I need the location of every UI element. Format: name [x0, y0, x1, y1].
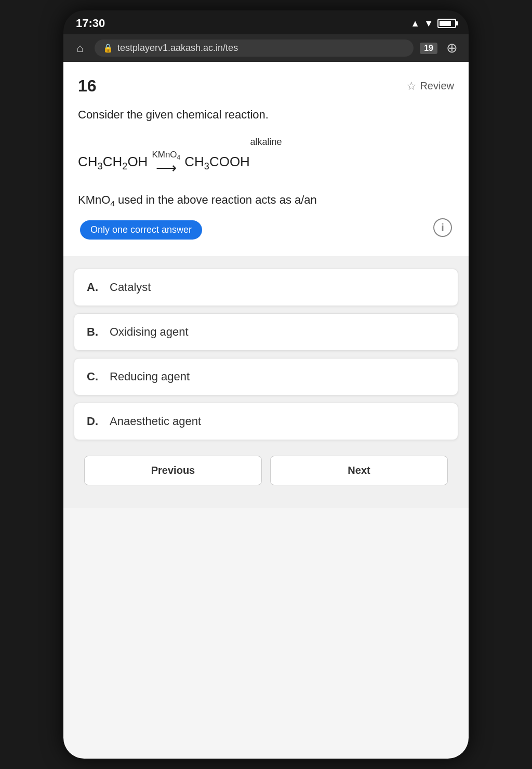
arrow-container: KMnO4 ⟶	[152, 150, 180, 176]
question-number: 16	[78, 76, 97, 96]
status-bar: 17:30 ▲ ▼	[63, 10, 469, 34]
status-icons: ▲ ▼	[410, 18, 456, 29]
url-bar[interactable]: 🔒 testplayerv1.aakash.ac.in/tes	[95, 39, 414, 57]
url-text: testplayerv1.aakash.ac.in/tes	[117, 43, 238, 54]
review-button[interactable]: ☆ Review	[406, 79, 454, 93]
time-display: 17:30	[76, 17, 105, 30]
option-b-text: Oxidising agent	[110, 325, 189, 339]
badge-row: Only one correct answer i	[78, 210, 454, 246]
option-c-label: C.	[87, 370, 101, 383]
option-a[interactable]: A. Catalyst	[74, 269, 458, 306]
option-b-label: B.	[87, 325, 101, 339]
question-header: 16 ☆ Review	[78, 76, 454, 96]
reaction-arrow: ⟶	[156, 161, 177, 176]
signal-icon: ▲	[410, 18, 420, 29]
menu-button[interactable]: ⊕	[444, 40, 460, 57]
question-text: Consider the given chemical reaction.	[78, 106, 454, 123]
main-content: 16 ☆ Review Consider the given chemical …	[63, 62, 469, 759]
review-label: Review	[420, 80, 454, 92]
option-c-text: Reducing agent	[110, 370, 190, 383]
answer-type-badge: Only one correct answer	[80, 220, 202, 240]
option-b[interactable]: B. Oxidising agent	[74, 313, 458, 351]
option-d-text: Anaesthetic agent	[110, 415, 201, 428]
lock-icon: 🔒	[103, 43, 113, 53]
reaction-container: alkaline CH3CH2OH KMnO4 ⟶ CH3COOH	[78, 131, 454, 183]
reagent-label: KMnO4	[152, 150, 180, 161]
option-d[interactable]: D. Anaesthetic agent	[74, 403, 458, 440]
option-a-text: Catalyst	[110, 281, 151, 294]
previous-button[interactable]: Previous	[84, 456, 262, 485]
browser-bar: ⌂ 🔒 testplayerv1.aakash.ac.in/tes 19 ⊕	[63, 34, 469, 62]
product: CH3COOH	[184, 154, 250, 172]
option-d-label: D.	[87, 415, 101, 428]
question-card: 16 ☆ Review Consider the given chemical …	[63, 62, 469, 256]
wifi-icon: ▼	[424, 18, 433, 29]
home-button[interactable]: ⌂	[72, 40, 88, 57]
info-icon[interactable]: i	[433, 218, 452, 237]
next-button[interactable]: Next	[270, 456, 448, 485]
battery-icon	[437, 19, 456, 28]
sub-question-text: KMnO4 used in the above reaction acts as…	[78, 191, 454, 210]
options-container: A. Catalyst B. Oxidising agent C. Reduci…	[63, 256, 469, 508]
option-a-label: A.	[87, 281, 101, 294]
reaction-equation: CH3CH2OH KMnO4 ⟶ CH3COOH	[78, 150, 454, 176]
nav-buttons: Previous Next	[74, 447, 458, 498]
reactant: CH3CH2OH	[78, 154, 148, 172]
option-c[interactable]: C. Reducing agent	[74, 358, 458, 395]
tab-count[interactable]: 19	[420, 43, 437, 54]
phone-frame: 17:30 ▲ ▼ ⌂ 🔒 testplayerv1.aakash.ac.in/…	[63, 10, 469, 759]
reaction-condition-label: alkaline	[78, 137, 454, 148]
star-icon: ☆	[406, 79, 417, 93]
